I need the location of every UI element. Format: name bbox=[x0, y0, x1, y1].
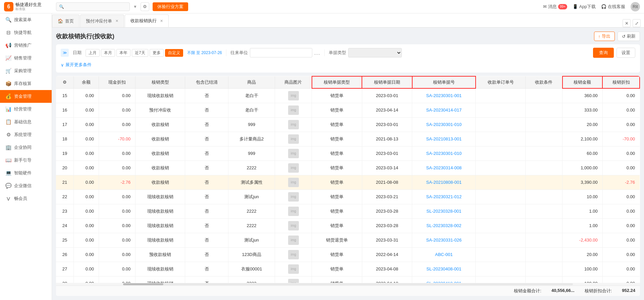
sidebar-item-system[interactable]: ⚙ 系统管理 bbox=[0, 128, 52, 141]
voucher-link[interactable]: SL-20230328-002 bbox=[426, 223, 461, 228]
receipt-cond-cell bbox=[526, 161, 562, 175]
sidebar-item-manage[interactable]: 📊 经营管理 bbox=[0, 103, 52, 116]
single-type-label: 单据类型 bbox=[329, 50, 346, 56]
settings-gear-button[interactable]: ⚙ bbox=[141, 2, 149, 11]
user-profile[interactable]: Rit bbox=[631, 2, 640, 11]
export-button[interactable]: ↑ 导出 bbox=[594, 32, 615, 41]
th-gear[interactable]: ⚙ bbox=[56, 76, 73, 88]
sidebar-item-marketing[interactable]: 📢 营销推广 bbox=[0, 39, 52, 52]
voucher-link[interactable]: SA-20230301-010 bbox=[426, 151, 462, 156]
voucher-link[interactable]: SL-20230408-001 bbox=[426, 266, 461, 271]
voucher-link[interactable]: ABC-001 bbox=[435, 252, 453, 257]
voucher-no-cell[interactable]: SA-20230321-012 bbox=[412, 189, 476, 204]
cash-discount-cell: 0.00 bbox=[99, 276, 136, 283]
tab-close-receipts[interactable]: ✕ bbox=[160, 19, 163, 23]
partner-dots[interactable]: ... bbox=[314, 49, 320, 56]
voucher-link[interactable]: SA-20230321-012 bbox=[426, 194, 462, 199]
sidebar-item-basic[interactable]: 📋 基础信息 bbox=[0, 116, 52, 128]
goods-img-cell: img bbox=[275, 132, 312, 146]
sidebar-item-corp[interactable]: 🏢 企业协同 bbox=[0, 141, 52, 154]
sidebar-item-purchase[interactable]: 🛒 采购管理 bbox=[0, 65, 52, 77]
sidebar-item-member[interactable]: V 畅会员 bbox=[0, 192, 52, 205]
date-btn-7days[interactable]: 近7天 bbox=[132, 49, 148, 57]
voucher-date-cell: 2021-08-13 bbox=[362, 132, 412, 146]
filter-settings-button[interactable]: 设置 bbox=[616, 48, 635, 58]
row-id: 20 bbox=[56, 161, 73, 175]
tab-receipts[interactable]: 收款核销执行 ✕ bbox=[125, 14, 169, 27]
date-btn-more[interactable]: 更多 bbox=[150, 49, 164, 57]
voucher-link[interactable]: SA-20230301-001 bbox=[426, 93, 462, 98]
th-voucher-date: 核销单据日期 bbox=[362, 76, 412, 88]
tab-close-prepay[interactable]: ✕ bbox=[115, 19, 118, 23]
message-button[interactable]: ✉ 消息 99+ bbox=[543, 4, 567, 10]
date-btn-last-month[interactable]: 上月 bbox=[86, 49, 100, 57]
receipt-order-cell bbox=[476, 204, 526, 218]
tab-close-all-button[interactable]: ✕ bbox=[623, 19, 631, 27]
voucher-link[interactable]: SA-20210808-001 bbox=[426, 180, 462, 185]
filter-collapse-button[interactable]: ≫ bbox=[61, 49, 69, 57]
sidebar-item-inventory[interactable]: 📦 库存核算 bbox=[0, 77, 52, 90]
table-row: 180.00-70.00收款核销否多计量商品2img销货单2021-08-13S… bbox=[56, 132, 640, 146]
tab-home[interactable]: 🏠 首页 bbox=[52, 14, 79, 27]
app-icon: 📱 bbox=[573, 4, 578, 9]
voucher-no-cell[interactable]: SA-20230414-017 bbox=[412, 103, 476, 117]
voucher-no-cell[interactable]: ABC-001 bbox=[412, 247, 476, 262]
table-wrapper[interactable]: ⚙ 余额 现金折扣 核销类型 包含已结清 商品 商品图片 核销单据类型 核销单据… bbox=[56, 76, 640, 283]
voucher-link[interactable]: SA-20230314-008 bbox=[426, 165, 462, 170]
voucher-link[interactable]: SA-20230414-017 bbox=[426, 108, 462, 113]
tab-prepay[interactable]: 预付冲应付单 ✕ bbox=[80, 14, 124, 27]
scrollbar-thumb[interactable] bbox=[123, 283, 163, 285]
voucher-link[interactable]: SA-20230301-010 bbox=[426, 122, 462, 127]
writeoff-type-cell: 现续收款核销 bbox=[136, 276, 185, 283]
dropdown-arrow-icon[interactable]: ▼ bbox=[133, 4, 137, 9]
date-btn-this-month[interactable]: 本月 bbox=[101, 49, 115, 57]
partner-input[interactable] bbox=[250, 48, 312, 57]
date-btn-this-year[interactable]: 本年 bbox=[116, 49, 130, 57]
writeoff-discount-cell: 0.00 bbox=[602, 262, 640, 276]
voucher-no-cell[interactable]: SL-20230418-001 bbox=[412, 276, 476, 283]
refresh-button[interactable]: ↺ 刷新 bbox=[618, 32, 640, 41]
voucher-no-cell[interactable]: SA-20230301-001 bbox=[412, 88, 476, 103]
sidebar-item-hardware[interactable]: 💻 智能硬件 bbox=[0, 167, 52, 179]
voucher-no-cell[interactable]: SA-20230331-026 bbox=[412, 233, 476, 247]
app-download-button[interactable]: 📱 App下载 bbox=[573, 4, 596, 10]
tab-expand-button[interactable]: ⤢ bbox=[633, 19, 641, 27]
voucher-link[interactable]: SL-20230328-001 bbox=[426, 209, 461, 214]
online-service-button[interactable]: 🎧 在线客服 bbox=[601, 4, 625, 10]
voucher-date-cell: 2023-03-28 bbox=[362, 218, 412, 233]
home-icon: 🏠 bbox=[58, 18, 63, 24]
query-button[interactable]: 查询 bbox=[593, 48, 614, 58]
single-type-select[interactable] bbox=[348, 48, 402, 57]
voucher-no-cell[interactable]: SA-20210808-001 bbox=[412, 175, 476, 189]
table-row: 240.000.00现续收款核销否2222img销货单2023-03-28SL-… bbox=[56, 218, 640, 233]
receipt-cond-cell bbox=[526, 117, 562, 132]
sidebar-item-quick-nav[interactable]: ⊟ 快捷导航 bbox=[0, 26, 52, 39]
table-row: 220.000.00现续收款核销否测试junimg销货单2023-03-21SA… bbox=[56, 189, 640, 204]
voucher-no-cell[interactable]: SA-20230314-008 bbox=[412, 161, 476, 175]
sidebar-item-sales[interactable]: 📈 销售管理 bbox=[0, 52, 52, 65]
voucher-date-cell: 2023-03-01 bbox=[362, 117, 412, 132]
total-amount-value: 40,556,66... bbox=[551, 288, 575, 294]
sidebar-item-finance[interactable]: 💰 资金管理 bbox=[0, 90, 52, 103]
row-id: 24 bbox=[56, 218, 73, 233]
writeoff-discount-cell: 0.00 bbox=[602, 161, 640, 175]
search-box[interactable]: 🔍 bbox=[56, 2, 130, 11]
sidebar-item-guide[interactable]: 📖 新手引导 bbox=[0, 154, 52, 167]
horizontal-scrollbar[interactable] bbox=[56, 283, 640, 286]
voucher-no-cell[interactable]: SL-20230328-002 bbox=[412, 218, 476, 233]
sidebar-item-wechat[interactable]: 💬 企业微信 bbox=[0, 179, 52, 192]
voucher-link[interactable]: SA-20210813-001 bbox=[426, 136, 462, 141]
voucher-no-cell[interactable]: SA-20230301-010 bbox=[412, 117, 476, 132]
goods-cell: 999 bbox=[228, 117, 275, 132]
expand-more-button[interactable]: ∨ 展开更多条件 bbox=[61, 60, 635, 69]
voucher-no-cell[interactable]: SA-20210813-001 bbox=[412, 132, 476, 146]
industry-solution-button[interactable]: 休验行业方案 bbox=[153, 2, 188, 11]
voucher-link[interactable]: SA-20230331-026 bbox=[426, 238, 462, 243]
receipt-order-cell bbox=[476, 132, 526, 146]
voucher-no-cell[interactable]: SL-20230328-001 bbox=[412, 204, 476, 218]
sidebar-item-search[interactable]: 🔍 搜索菜单 bbox=[0, 13, 52, 26]
voucher-no-cell[interactable]: SL-20230408-001 bbox=[412, 262, 476, 276]
date-btn-custom[interactable]: 自定义 bbox=[165, 49, 183, 57]
voucher-no-cell[interactable]: SA-20230301-010 bbox=[412, 146, 476, 161]
goods-cell: 老白干 bbox=[228, 103, 275, 117]
